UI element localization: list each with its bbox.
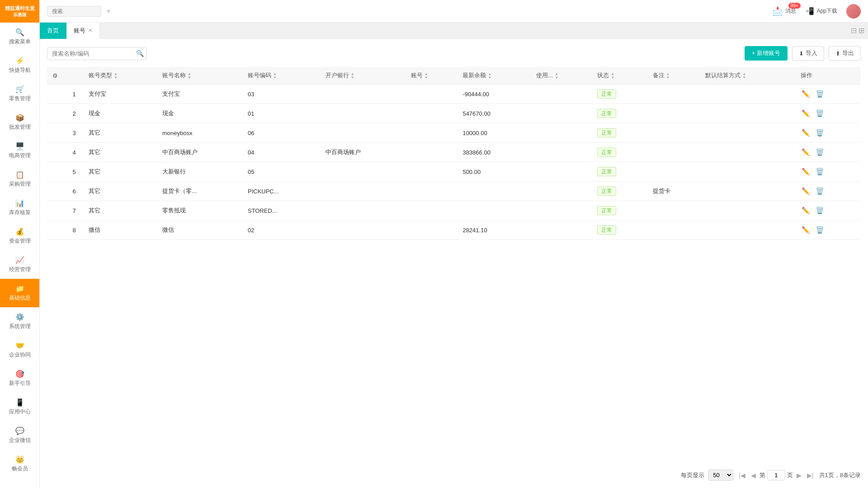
table-row: 7 其它 零售抵现 STORED... 正常 ✏️ 🗑️ xyxy=(47,201,861,221)
col-remark[interactable]: 备注▲▼ xyxy=(647,67,700,84)
row-status-cell: 正常 xyxy=(592,201,647,221)
tab-home[interactable]: 首页 xyxy=(40,23,66,39)
table-row: 4 其它 中百商场账户 04 中百商场账户 383866.00 正常 ✏️ 🗑️ xyxy=(47,143,861,162)
sidebar-item-operation-mgmt[interactable]: 📈 经营管理 xyxy=(0,250,39,279)
row-default-settlement-cell xyxy=(700,143,795,162)
edit-button[interactable]: ✏️ xyxy=(801,128,811,138)
col-account-type[interactable]: 账号类型▲▼ xyxy=(83,67,157,84)
window-expand-icon[interactable]: ⊞ xyxy=(859,26,864,35)
row-account-type-cell: 其它 xyxy=(83,123,157,143)
topbar-chevron-down-icon[interactable]: ▾ xyxy=(107,7,110,15)
sidebar-item-app-center[interactable]: 📱 应用中心 xyxy=(0,393,39,421)
col-account-no[interactable]: 账号▲▼ xyxy=(406,67,458,84)
sidebar-item-purchase-mgmt[interactable]: 📋 采购管理 xyxy=(0,165,39,193)
col-open-bank[interactable]: 开户银行▲▼ xyxy=(320,67,406,84)
sidebar-item-search-menu[interactable]: 🔍 搜索菜单 xyxy=(0,23,39,51)
sort-open-bank-icon: ▲▼ xyxy=(351,72,354,79)
sidebar-item-retail-mgmt[interactable]: 🛒 零售管理 xyxy=(0,80,39,108)
row-action-buttons: ✏️ 🗑️ xyxy=(801,89,855,99)
sidebar-item-label: 快捷导航 xyxy=(9,66,31,74)
delete-button[interactable]: 🗑️ xyxy=(815,167,825,177)
page-next-button[interactable]: ▶ xyxy=(795,471,803,480)
delete-button[interactable]: 🗑️ xyxy=(815,108,825,118)
row-open-bank-cell xyxy=(320,201,406,221)
table-search-button[interactable]: 🔍 xyxy=(132,50,146,57)
sidebar-item-ecommerce-mgmt[interactable]: 🖥️ 电商管理 xyxy=(0,136,39,165)
export-label: 导出 xyxy=(842,49,854,57)
sidebar-item-system-mgmt[interactable]: ⚙️ 系统管理 xyxy=(0,307,39,336)
delete-button[interactable]: 🗑️ xyxy=(815,89,825,99)
edit-button[interactable]: ✏️ xyxy=(801,186,811,196)
sidebar-item-enterprise-agreement[interactable]: 🤝 企业协同 xyxy=(0,336,39,364)
sidebar-item-basic-info[interactable]: 📁 基础信息 xyxy=(0,279,39,307)
row-settings-cell xyxy=(47,143,65,162)
col-latest-balance[interactable]: 最新余额▲▼ xyxy=(457,67,531,84)
delete-button[interactable]: 🗑️ xyxy=(815,128,825,138)
edit-button[interactable]: ✏️ xyxy=(801,225,811,235)
delete-button[interactable]: 🗑️ xyxy=(815,225,825,235)
col-settings[interactable]: ⚙ xyxy=(47,67,65,84)
sidebar-item-capital-mgmt[interactable]: 💰 资金管理 xyxy=(0,222,39,250)
sidebar-item-label: 经营管理 xyxy=(9,266,31,273)
col-account-code[interactable]: 账号编码▲▼ xyxy=(242,67,320,84)
col-usage[interactable]: 使用...▲▼ xyxy=(531,67,592,84)
search-menu-icon: 🔍 xyxy=(15,28,24,37)
row-status-cell: 正常 xyxy=(592,182,647,201)
status-badge: 正常 xyxy=(597,225,616,235)
sidebar-item-vip-member[interactable]: 👑 畅会员 xyxy=(0,450,39,478)
system-mgmt-icon: ⚙️ xyxy=(15,313,24,321)
sidebar-item-enterprise-wechat[interactable]: 💬 企业微信 xyxy=(0,421,39,450)
page-number-input[interactable] xyxy=(767,470,785,480)
edit-button[interactable]: ✏️ xyxy=(801,108,811,118)
sidebar-item-label: 应用中心 xyxy=(9,408,31,416)
delete-button[interactable]: 🗑️ xyxy=(815,186,825,196)
delete-button[interactable]: 🗑️ xyxy=(815,206,825,216)
sidebar-item-quick-nav[interactable]: ⚡ 快捷导航 xyxy=(0,51,39,80)
row-default-settlement-cell xyxy=(700,221,795,240)
row-settings-cell xyxy=(47,84,65,104)
tab-account[interactable]: 账号 ✕ xyxy=(66,23,100,39)
table-row: 1 支付宝 支付宝 03 -90444.00 正常 ✏️ 🗑️ xyxy=(47,84,861,104)
col-account-name[interactable]: 账号名称▲▼ xyxy=(157,67,242,84)
toolbar-action-buttons: + 新增账号 ⬇ 导入 ⬆ 导出 xyxy=(745,46,861,61)
delete-button[interactable]: 🗑️ xyxy=(815,147,825,157)
message-button[interactable]: 📩 消息 99+ xyxy=(773,6,796,16)
table-search-input[interactable] xyxy=(47,47,132,60)
new-account-button[interactable]: + 新增账号 xyxy=(745,46,788,61)
page-last-button[interactable]: ▶| xyxy=(805,471,816,480)
tab-account-close-icon[interactable]: ✕ xyxy=(88,28,92,33)
col-default-settlement[interactable]: 默认结算方式▲▼ xyxy=(700,67,795,84)
row-latest-balance-cell: 383866.00 xyxy=(457,143,531,162)
edit-button[interactable]: ✏️ xyxy=(801,167,811,177)
sidebar-item-label: 新手引导 xyxy=(9,380,31,387)
col-status[interactable]: 状态▲▼ xyxy=(592,67,647,84)
topbar-search-input[interactable] xyxy=(47,6,101,17)
import-button[interactable]: ⬇ 导入 xyxy=(792,46,824,61)
row-open-bank-cell xyxy=(320,123,406,143)
row-usage-cell xyxy=(531,221,592,240)
row-settings-cell xyxy=(47,201,65,221)
page-first-button[interactable]: |◀ xyxy=(737,471,747,480)
page-prev-button[interactable]: ◀ xyxy=(749,471,758,480)
edit-button[interactable]: ✏️ xyxy=(801,147,811,157)
edit-button[interactable]: ✏️ xyxy=(801,89,811,99)
sidebar-item-inventory-calc[interactable]: 📊 库存核算 xyxy=(0,193,39,222)
row-account-code-cell: STORED... xyxy=(242,201,320,221)
sort-account-code-icon: ▲▼ xyxy=(273,72,277,79)
row-account-name-cell: moneybosx xyxy=(157,123,242,143)
window-minimize-icon[interactable]: ⊟ xyxy=(851,26,857,35)
sidebar-item-new-guide[interactable]: 🎯 新手引导 xyxy=(0,364,39,393)
row-default-settlement-cell xyxy=(700,162,795,182)
user-avatar[interactable] xyxy=(846,4,861,19)
app-download-button[interactable]: 📲 App下载 xyxy=(805,7,837,15)
sort-account-name-icon: ▲▼ xyxy=(188,72,191,79)
row-settings-cell xyxy=(47,162,65,182)
enterprise-agreement-icon: 🤝 xyxy=(15,341,24,350)
per-page-select[interactable]: 50 10 20 100 xyxy=(708,469,733,481)
export-button[interactable]: ⬆ 导出 xyxy=(829,46,861,61)
edit-button[interactable]: ✏️ xyxy=(801,206,811,216)
row-account-no-cell xyxy=(406,162,458,182)
row-num-cell: 5 xyxy=(65,162,83,182)
operation-mgmt-icon: 📈 xyxy=(15,256,24,264)
sidebar-item-wholesale-mgmt[interactable]: 📦 批发管理 xyxy=(0,108,39,136)
